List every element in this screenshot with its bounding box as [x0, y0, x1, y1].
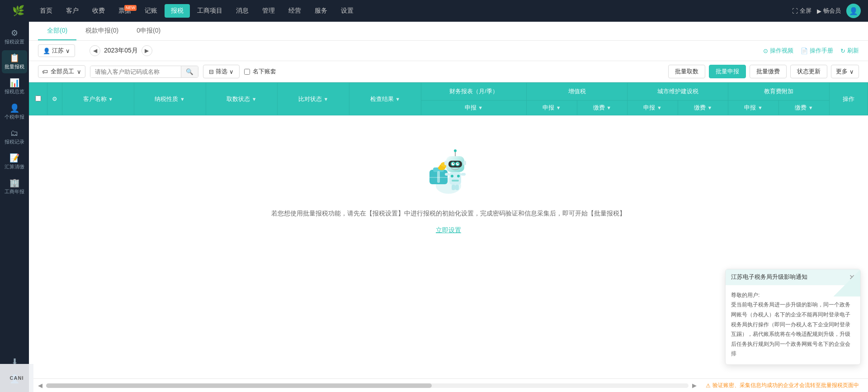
vat-header: 增值税: [527, 83, 627, 100]
gear-header: ⚙: [47, 83, 62, 115]
svg-point-24: [457, 175, 460, 177]
operation-manual-link[interactable]: 📄 操作手册: [801, 47, 833, 55]
tax-type-filter-icon[interactable]: ▼: [180, 96, 185, 102]
tab-zero-declare[interactable]: 0申报(0): [127, 22, 170, 40]
staff-select[interactable]: 🏷 全部员工 ∨: [38, 65, 85, 78]
nav-service[interactable]: 服务: [308, 4, 334, 18]
vat-pay-sub: 缴费 ▼: [577, 100, 627, 115]
customer-filter-icon[interactable]: ▼: [108, 96, 113, 102]
table-body: 若您想使用批量报税功能，请先在【报税设置】中进行报税的初始化设置，完成密码验证和…: [29, 115, 868, 262]
batch-pay-button[interactable]: 批量缴费: [750, 65, 787, 78]
select-all-checkbox[interactable]: [35, 96, 41, 101]
operation-video-link[interactable]: ⊙ 操作视频: [763, 47, 793, 55]
vip-button[interactable]: ▶ 畅会员: [817, 7, 841, 15]
nav-ticket[interactable]: 票据 NEW: [112, 4, 137, 18]
setup-link[interactable]: 立即设置: [436, 226, 461, 234]
vat-pay-filter-icon[interactable]: ▼: [606, 105, 611, 110]
search-button[interactable]: 🔍: [181, 66, 198, 77]
annual-settlement-icon: 📝: [9, 154, 19, 162]
vat-declare-filter-icon[interactable]: ▼: [556, 105, 561, 110]
nav-operation[interactable]: 经营: [282, 4, 307, 18]
city-pay-filter-icon[interactable]: ▼: [708, 105, 712, 110]
sidebar-item-personal-tax[interactable]: 👤 个税申报: [2, 100, 27, 124]
top-navigation: 🌿 首页 客户 收费 票据 NEW 记账 报税 工商项目 消息 管理 经营 服务…: [0, 0, 868, 22]
nav-accounting[interactable]: 记账: [138, 4, 164, 18]
scroll-thumb: [46, 383, 432, 388]
sidebar-item-tax-overview[interactable]: 📊 报税总览: [2, 75, 27, 98]
sidebar-item-tax-settings[interactable]: ⚙ 报税设置: [2, 25, 27, 48]
scroll-left-icon[interactable]: ◀: [38, 382, 42, 389]
filter-label: 筛选: [216, 67, 227, 76]
filter-chevron-icon: ∨: [229, 68, 234, 75]
more-button[interactable]: 更多 ∨: [831, 65, 859, 78]
compare-status-header: 比对状态 ▼: [278, 83, 349, 115]
financial-declare-filter-icon[interactable]: ▼: [478, 105, 483, 110]
batch-fetch-button[interactable]: 批量取数: [668, 65, 705, 78]
logo-icon: 🌿: [7, 0, 29, 22]
sidebar-item-tax-records[interactable]: 🗂 报税记录: [2, 125, 27, 148]
svg-point-15: [456, 163, 459, 165]
check-filter-icon[interactable]: ▼: [395, 96, 400, 102]
user-avatar[interactable]: 👤: [846, 4, 861, 18]
tab-all[interactable]: 全部(0): [38, 22, 76, 40]
top-nav-right: ⛶ 全屏 ▶ 畅会员 👤: [792, 4, 861, 18]
sidebar-item-batch-tax[interactable]: 📋 批量报税: [2, 50, 27, 73]
account-checkbox[interactable]: [244, 69, 250, 75]
compare-filter-icon[interactable]: ▼: [323, 96, 328, 102]
operation-header: 操作: [829, 83, 868, 115]
search-input[interactable]: [90, 66, 181, 77]
customer-name-header: 客户名称 ▼: [62, 83, 134, 115]
fetch-filter-icon[interactable]: ▼: [252, 96, 257, 102]
region-bar-right: ⊙ 操作视频 📄 操作手册 ↻ 刷新: [763, 47, 859, 55]
svg-point-17: [458, 163, 458, 164]
nav-message[interactable]: 消息: [230, 4, 255, 18]
fullscreen-button[interactable]: ⛶ 全屏: [792, 7, 811, 15]
nav-fee[interactable]: 收费: [86, 4, 111, 18]
sidebar-item-annual-settlement[interactable]: 📝 汇算清缴: [2, 150, 27, 173]
bottom-warning: ⚠ 验证账密、采集信息均成功的企业才会流转至批量报税页面中: [706, 382, 859, 389]
svg-rect-26: [445, 173, 449, 176]
svg-point-19: [454, 149, 457, 152]
horizontal-scrollbar[interactable]: [46, 383, 689, 388]
nav-customer[interactable]: 客户: [60, 4, 85, 18]
tab-tax-declare[interactable]: 税款申报(0): [76, 22, 127, 40]
region-selector[interactable]: 👤 江苏 ∨: [38, 44, 75, 57]
city-declare-filter-icon[interactable]: ▼: [657, 105, 662, 110]
status-update-button[interactable]: 状态更新: [790, 65, 827, 78]
new-badge: NEW: [124, 5, 137, 11]
svg-rect-25: [452, 180, 459, 182]
notification-title: 江苏电子税务局升级影响通知: [731, 273, 807, 281]
region-bar: 👤 江苏 ∨ ◀ 2023年05月 ▶ ⊙ 操作视频 📄 操作手册 ↻: [29, 41, 868, 61]
date-next-button[interactable]: ▶: [142, 45, 152, 56]
scroll-right-icon[interactable]: ▶: [692, 382, 697, 389]
gear-icon[interactable]: ⚙: [52, 96, 57, 102]
toolbar: 🏷 全部员工 ∨ 🔍 ⊟ 筛选 ∨ 名下账套 批量取数 批量申报 批量缴费: [29, 61, 868, 82]
date-label: 2023年05月: [104, 47, 138, 55]
refresh-icon: ↻: [840, 48, 845, 54]
empty-state-row: 若您想使用批量报税功能，请先在【报税设置】中进行报税的初始化设置，完成密码验证和…: [29, 115, 868, 262]
filter-button[interactable]: ⊟ 筛选 ∨: [203, 65, 240, 78]
robot-illustration: [421, 143, 476, 197]
refresh-button[interactable]: ↻ 刷新: [840, 47, 859, 55]
manual-icon: 📄: [801, 48, 808, 54]
nav-tax[interactable]: 报税: [165, 4, 190, 18]
batch-declare-button[interactable]: 批量申报: [709, 65, 746, 78]
nav-manage[interactable]: 管理: [256, 4, 281, 18]
bottom-bar: ◀ ▶ ⚠ 验证账密、采集信息均成功的企业才会流转至批量报税页面中: [29, 378, 868, 392]
nav-commerce[interactable]: 工商项目: [191, 4, 229, 18]
sidebar-item-annual-report[interactable]: 🏢 工商年报: [2, 175, 27, 198]
svg-rect-11: [448, 161, 462, 167]
nav-home[interactable]: 首页: [33, 4, 59, 18]
sidebar-label-annual-report: 工商年报: [5, 189, 24, 195]
check-result-header: 检查结果 ▼: [349, 83, 421, 115]
nav-settings[interactable]: 设置: [335, 4, 360, 18]
svg-rect-28: [452, 185, 455, 190]
svg-rect-21: [463, 161, 466, 165]
cani-badge: CANI: [0, 364, 33, 392]
toolbar-right: 批量取数 批量申报 批量缴费 状态更新 更多 ∨: [668, 65, 859, 78]
checkbox-label-account[interactable]: 名下账套: [244, 67, 276, 76]
date-prev-button[interactable]: ◀: [90, 45, 100, 56]
svg-rect-29: [455, 185, 459, 190]
edu-pay-filter-icon[interactable]: ▼: [808, 105, 813, 110]
edu-declare-filter-icon[interactable]: ▼: [758, 105, 763, 110]
